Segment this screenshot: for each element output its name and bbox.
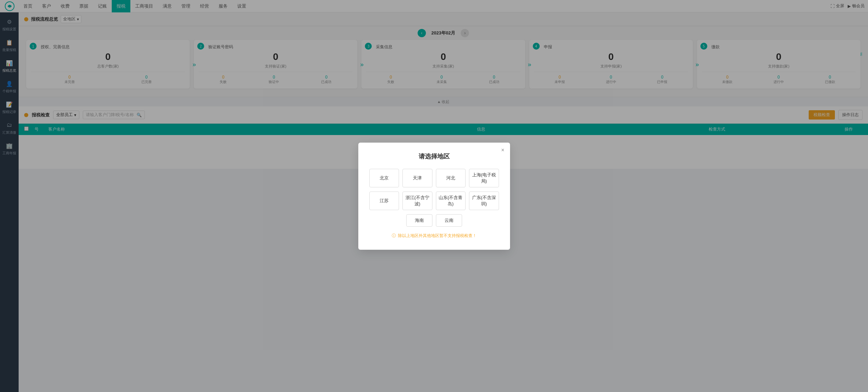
region-tianjin[interactable]: 天津 [402, 169, 432, 187]
region-select-modal: × 请选择地区 北京 天津 河北 上海(电子税局) 江苏 浙江(不含宁波) 山东… [358, 143, 510, 250]
region-beijing[interactable]: 北京 [369, 169, 399, 187]
region-hainan[interactable]: 海南 [406, 214, 432, 227]
modal-region-row1: 北京 天津 河北 上海(电子税局) [369, 169, 499, 187]
modal-region-row2: 江苏 浙江(不含宁波) 山东(不含青岛) 广东(不含深圳) [369, 192, 499, 210]
region-guangdong[interactable]: 广东(不含深圳) [469, 192, 499, 210]
region-yunnan[interactable]: 云南 [436, 214, 462, 227]
modal-overlay[interactable]: × 请选择地区 北京 天津 河北 上海(电子税局) 江苏 浙江(不含宁波) 山东… [0, 0, 868, 392]
region-shandong[interactable]: 山东(不含青岛) [436, 192, 466, 210]
warning-text: 除以上地区外其他地区暂不支持报税检查！ [398, 233, 477, 239]
modal-title: 请选择地区 [369, 152, 499, 161]
region-hebei[interactable]: 河北 [436, 169, 466, 187]
region-zhejiang[interactable]: 浙江(不含宁波) [402, 192, 432, 210]
modal-warning: ⓘ 除以上地区外其他地区暂不支持报税检查！ [369, 233, 499, 239]
region-shanghai[interactable]: 上海(电子税局) [469, 169, 499, 187]
modal-close-button[interactable]: × [501, 147, 504, 153]
modal-region-row3: 海南 云南 [369, 214, 499, 227]
region-jiangsu[interactable]: 江苏 [369, 192, 399, 210]
warning-icon: ⓘ [392, 233, 396, 239]
